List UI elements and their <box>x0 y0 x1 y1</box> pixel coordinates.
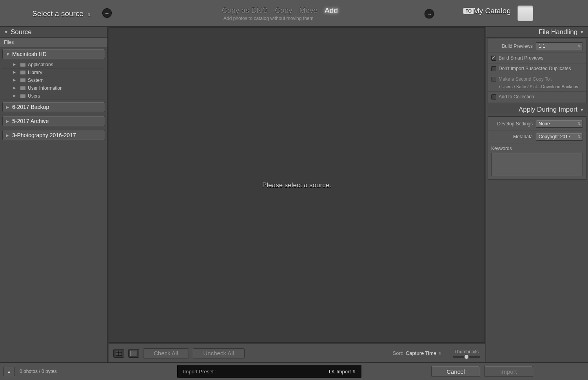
file-handling-header[interactable]: File Handling ▼ <box>486 27 588 38</box>
develop-settings-label: Develop Settings <box>491 121 533 127</box>
triangle-right-icon: ▶ <box>6 133 9 138</box>
apply-title: Apply During Import <box>519 106 577 114</box>
footer-bar: ▲ 0 photos / 0 bytes Import Preset : LK … <box>0 362 588 380</box>
build-previews-dropdown[interactable]: 1:1 <box>536 42 583 50</box>
triangle-right-icon: ▶ <box>13 78 18 82</box>
mode-add[interactable]: Add <box>325 6 338 15</box>
triangle-right-icon: ▶ <box>6 105 9 109</box>
drive-label: 3-Photography 2016-2017 <box>12 132 76 138</box>
arrow-right-icon[interactable]: → <box>103 9 111 17</box>
triangle-right-icon: ▶ <box>13 71 18 74</box>
dropdown-caret-icon: ⇅ <box>87 13 91 17</box>
folder-library[interactable]: ▶Library <box>2 69 105 76</box>
folder-users[interactable]: ▶Users <box>2 92 105 100</box>
second-copy-label: Make a Second Copy To : <box>499 76 552 82</box>
sort-value: Capture Time <box>406 350 436 356</box>
add-collection-label: Add to Collection <box>499 94 534 100</box>
preview-panel: Please select a source. Check All Unchec… <box>108 27 486 362</box>
sort-control[interactable]: Sort: Capture Time ⇅ <box>392 350 442 356</box>
folder-label: Applications <box>28 62 53 67</box>
import-preset-dropdown[interactable]: Import Preset : LK Import ⇅ <box>177 365 361 378</box>
triangle-right-icon: ▶ <box>13 86 18 90</box>
source-panel: ▼ Source Files ▼ Macintosh HD ▶Applicati… <box>0 27 108 362</box>
folder-label: User Information <box>28 85 63 91</box>
thumbnail-size-slider[interactable]: Thumbnails <box>453 349 480 358</box>
loupe-view-button[interactable] <box>128 349 139 358</box>
thumbnails-label: Thumbnails <box>454 349 479 355</box>
folder-icon <box>20 86 25 90</box>
folder-label: System <box>28 78 44 83</box>
mode-move[interactable]: Move <box>299 6 318 15</box>
triangle-right-icon: ▶ <box>13 94 18 98</box>
file-handling-title: File Handling <box>539 28 577 36</box>
slider-track[interactable] <box>453 356 480 358</box>
folder-icon <box>20 94 25 98</box>
smart-previews-label: Build Smart Previews <box>499 55 543 61</box>
source-panel-header[interactable]: ▼ Source <box>0 27 107 38</box>
triangle-down-icon: ▼ <box>6 52 10 56</box>
expand-up-button[interactable]: ▲ <box>3 367 15 376</box>
dropdown-caret-icon: ⇅ <box>352 369 356 373</box>
drive-label: 6-2017 Backup <box>12 104 49 110</box>
triangle-down-icon: ▼ <box>4 30 8 34</box>
develop-settings-dropdown[interactable]: None <box>536 120 583 128</box>
folder-icon <box>20 78 25 82</box>
volume-macintosh-hd[interactable]: ▼ Macintosh HD <box>2 49 105 59</box>
build-previews-label: Build Previews <box>491 43 533 49</box>
import-button[interactable]: Import <box>484 366 533 377</box>
grid-view-button[interactable] <box>113 349 124 358</box>
folder-label: Users <box>28 93 40 99</box>
triangle-down-icon: ▼ <box>580 30 584 34</box>
second-copy-checkbox[interactable] <box>491 77 496 82</box>
drive-3-photography-2016-2017[interactable]: ▶3-Photography 2016-2017 <box>2 130 105 140</box>
top-bar: Select a source ⇅ → Copy as DNG Copy Mov… <box>0 0 588 27</box>
empty-state-message: Please select a source. <box>262 181 331 189</box>
source-panel-title: Source <box>11 28 32 36</box>
files-label: Files <box>0 38 107 47</box>
drive-5-2017-archive[interactable]: ▶5-2017 Archive <box>2 116 105 126</box>
select-source-label: Select a source <box>32 9 83 18</box>
folder-icon <box>20 71 25 74</box>
folder-applications[interactable]: ▶Applications <box>2 61 105 69</box>
destination-catalog[interactable]: My Catalog <box>473 7 511 15</box>
folder-user-information[interactable]: ▶User Information <box>2 84 105 92</box>
add-collection-checkbox[interactable] <box>491 94 496 100</box>
dropdown-caret-icon: ⇅ <box>439 351 442 355</box>
keywords-label: Keywords <box>491 146 512 151</box>
triangle-down-icon: ▼ <box>580 107 584 112</box>
metadata-dropdown[interactable]: Copyright 2017 <box>536 133 583 141</box>
right-panels: File Handling ▼ Build Previews 1:1 Build… <box>486 27 588 362</box>
slider-knob[interactable] <box>465 355 468 359</box>
preview-area: Please select a source. <box>109 27 485 343</box>
drive-label: 5-2017 Archive <box>12 118 49 124</box>
check-all-button[interactable]: Check All <box>143 348 189 358</box>
drive-6-2017-backup[interactable]: ▶6-2017 Backup <box>2 102 105 112</box>
select-source[interactable]: Select a source ⇅ <box>32 9 91 18</box>
uncheck-all-button[interactable]: Uncheck All <box>193 348 245 358</box>
folder-label: Library <box>28 70 42 75</box>
metadata-label: Metadata <box>491 134 533 139</box>
triangle-right-icon: ▶ <box>13 63 18 66</box>
mode-hint: Add photos to catalog without moving the… <box>223 16 313 21</box>
volume-label: Macintosh HD <box>12 51 47 57</box>
apply-during-import-header[interactable]: Apply During Import ▼ <box>486 104 588 115</box>
to-badge: TO <box>463 8 474 14</box>
cancel-button[interactable]: Cancel <box>431 366 480 377</box>
keywords-input[interactable] <box>491 153 583 176</box>
folder-system[interactable]: ▶System <box>2 76 105 84</box>
status-text: 0 photos / 0 bytes <box>20 369 57 374</box>
mode-copy-as-dng[interactable]: Copy as DNG <box>222 6 268 15</box>
folder-tree: ▶Applications ▶Library ▶System ▶User Inf… <box>2 61 105 100</box>
duplicates-checkbox[interactable] <box>491 66 496 71</box>
import-preset-label: Import Preset : <box>183 369 216 375</box>
arrow-right-icon[interactable]: → <box>425 9 434 18</box>
import-mode-tabs: Copy as DNG Copy Move Add <box>222 6 338 15</box>
smart-previews-checkbox[interactable] <box>491 56 496 61</box>
duplicates-label: Don't Import Suspected Duplicates <box>499 66 571 71</box>
preview-toolbar: Check All Uncheck All Sort: Capture Time… <box>109 344 485 362</box>
file-handling-panel: Build Previews 1:1 Build Smart Previews … <box>488 39 586 103</box>
folder-icon <box>20 63 25 67</box>
apply-during-import-panel: Develop Settings None Metadata Copyright… <box>488 116 586 180</box>
import-preset-value: LK Import <box>329 369 351 375</box>
mode-copy[interactable]: Copy <box>275 6 292 15</box>
